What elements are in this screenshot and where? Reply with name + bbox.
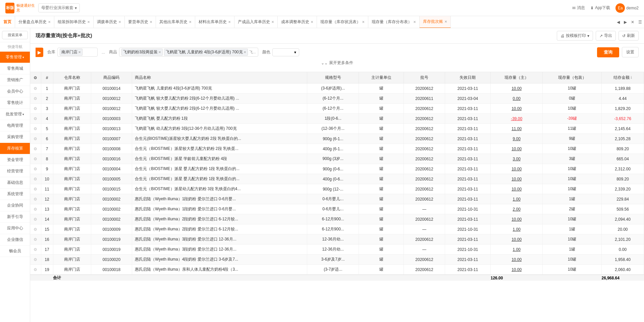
row-qty-main[interactable]: -39.00 xyxy=(491,114,543,124)
tab-8[interactable]: 成本调整单历史 ✕ xyxy=(278,16,317,28)
sidebar-item-member[interactable]: 会员中心 xyxy=(0,86,30,97)
row-spec: 12-36月幼... xyxy=(307,234,359,245)
row-qty-main[interactable]: 10.00 xyxy=(491,214,543,224)
sidebar-item-app-center[interactable]: 应用中心 xyxy=(0,223,30,234)
product-tag-0-close[interactable]: ✕ xyxy=(158,50,161,54)
tab-5[interactable]: 其他出库单历史 ✕ xyxy=(156,16,195,28)
tab-menu-btn[interactable]: ☰ xyxy=(636,16,644,28)
row-spec: 1段(0-6... xyxy=(307,114,359,124)
tab-7[interactable]: 产成品入库单历史 ✕ xyxy=(234,16,278,28)
message-btn[interactable]: ✉ 消息 xyxy=(572,5,585,11)
row-qty-main[interactable]: 10.00 xyxy=(491,84,543,94)
row-qty-main[interactable]: 9.00 xyxy=(491,134,543,144)
tab-9[interactable]: 现存量（库存状况表） ✕ xyxy=(317,16,368,28)
tab-6[interactable]: 材料出库单历史 ✕ xyxy=(195,16,234,28)
tab-5-close[interactable]: ✕ xyxy=(189,20,192,24)
row-qty-main[interactable]: 10.00 xyxy=(491,174,543,184)
tab-1[interactable]: 分量盘点单历史 ✕ xyxy=(15,16,54,28)
tab-8-close[interactable]: ✕ xyxy=(311,20,313,24)
tab-home[interactable]: 首页 xyxy=(0,16,15,28)
tab-10[interactable]: 现存量（库存分布表） ✕ xyxy=(368,16,420,28)
row-expire: 2021-10-31 xyxy=(445,224,490,234)
sidebar-item-system[interactable]: 系统管理 xyxy=(0,189,30,200)
row-qty-main[interactable]: 2.00 xyxy=(491,204,543,214)
row-qty-main[interactable]: 1.00 xyxy=(491,224,543,234)
refresh-btn[interactable]: ↺ 刷新 xyxy=(619,31,639,41)
chevron-template-icon: ▾ xyxy=(587,34,589,38)
search-menu-btn[interactable]: 搜索菜单 xyxy=(2,31,28,39)
sidebar-item-inventory[interactable]: 库存核算 xyxy=(0,143,30,154)
tab-7-close[interactable]: ✕ xyxy=(271,20,274,24)
sidebar-item-newbie[interactable]: 新手引导 xyxy=(0,211,30,223)
table-row: ⚙ 10 南岸门店 00100005 合生元（BIOSTIME）派星 婴儿配方奶… xyxy=(30,174,644,184)
row-qty-main[interactable]: 3.00 xyxy=(491,154,543,164)
row-code: 00100016 xyxy=(91,154,132,164)
table-row: ⚙ 12 南岸门店 00100002 惠氏启陆（Wyeth illuma）1段奶… xyxy=(30,194,644,204)
row-qty-main[interactable]: 10.00 xyxy=(491,144,543,154)
sidebar-item-wholesale[interactable]: 批发管理 ▾ xyxy=(0,109,30,120)
tab-4-close[interactable]: ✕ xyxy=(150,20,152,24)
product-tag-1-close[interactable]: ✕ xyxy=(244,50,246,54)
sidebar-item-basic-info[interactable]: 基础信息 xyxy=(0,177,30,189)
industry-select[interactable]: 母婴行业演示账套 ▾ xyxy=(38,3,80,12)
row-qty-main[interactable]: 0.00 xyxy=(491,94,543,104)
sidebar-item-retail-mall[interactable]: 零售商城 xyxy=(0,63,30,74)
tab-11-close[interactable]: ✕ xyxy=(444,20,447,23)
sidebar-item-enterprise[interactable]: 企业协同 xyxy=(0,200,30,211)
table-row: ⚙ 9 南岸门店 00100004 合生元（BIOSTIME）派星 婴儿配方奶粉… xyxy=(30,164,644,174)
warehouse-more[interactable]: ... xyxy=(102,50,105,55)
table-row: ⚙ 11 南岸门店 00100015 合生元（BIOSTIME）派星幼儿配方奶粉… xyxy=(30,184,644,194)
tab-prev-btn[interactable]: ◀ xyxy=(615,16,622,28)
sidebar-item-wechat[interactable]: 企业微信 xyxy=(0,234,30,246)
tab-11[interactable]: 库存批次账 ✕ xyxy=(420,16,451,28)
tab-nav-btns: ◀ ▶ ✕ ☰ xyxy=(615,16,644,28)
sidebar-item-vip[interactable]: 畅会员 xyxy=(0,246,30,257)
tab-2[interactable]: 组装拆卸单历史 ✕ xyxy=(54,16,94,28)
page-header: 现存量查询(按仓库+批次) 🖨 按模板打印 ▾ ↗ 导出 ↺ 刷新 xyxy=(30,28,644,44)
tab-4[interactable]: 要货单历史 ✕ xyxy=(125,16,156,28)
tab-2-close[interactable]: ✕ xyxy=(87,20,90,24)
settings-btn[interactable]: 设置 xyxy=(622,47,639,57)
row-qty-main[interactable]: 10.00 xyxy=(491,104,543,114)
row-code: 00100018 xyxy=(91,265,132,275)
row-qty-main[interactable]: 10.00 xyxy=(491,184,543,194)
app-download-btn[interactable]: ⬇ App下载 xyxy=(590,5,610,11)
tab-6-close[interactable]: ✕ xyxy=(228,20,231,24)
tab-next-btn[interactable]: ▶ xyxy=(622,16,629,28)
sidebar-item-marketing[interactable]: 营销推广 xyxy=(0,74,30,86)
row-qty-main[interactable]: 10.00 xyxy=(491,255,543,265)
filter-expand-arrow[interactable]: ▶ xyxy=(36,48,43,57)
tab-3[interactable]: 调拨单历史 ✕ xyxy=(94,16,125,28)
product-tag-container[interactable]: 飞鹤奶粉3段两提装 ✕ 飞鹤星飞帆 儿童奶粉 4段(3-6岁适用) 700克 ✕… xyxy=(119,48,258,57)
tab-close-all-btn[interactable]: ✕ xyxy=(629,16,636,28)
table-row: ⚙ 13 南岸门店 00100002 惠氏启陆（Wyeth illuma）1段奶… xyxy=(30,204,644,214)
user-area[interactable]: Ea demo2 xyxy=(615,3,639,13)
row-qty-main[interactable]: 10.00 xyxy=(491,234,543,245)
row-qty-main[interactable]: 1.00 xyxy=(491,245,543,255)
amount-info-icon[interactable]: ℹ xyxy=(631,75,632,79)
sidebar-item-retail-mgmt[interactable]: 零售管理 ▾ xyxy=(0,52,30,63)
row-qty-main[interactable]: 11.00 xyxy=(491,124,543,134)
row-code: 00100019 xyxy=(91,245,132,255)
tab-10-close[interactable]: ✕ xyxy=(413,20,416,24)
sidebar-item-finance[interactable]: 资金管理 xyxy=(0,154,30,166)
row-qty-main[interactable]: 10.00 xyxy=(491,265,543,275)
warehouse-tag-close[interactable]: ✕ xyxy=(78,50,81,54)
row-expire: 2021-03-11 xyxy=(445,214,490,224)
color-select[interactable]: ▾ xyxy=(272,48,299,56)
sidebar-item-purchase[interactable]: 采购管理 xyxy=(0,131,30,143)
row-qty-main[interactable]: 1.00 xyxy=(491,194,543,204)
export-btn[interactable]: ↗ 导出 xyxy=(596,31,616,41)
template-print-btn[interactable]: 🖨 按模板打印 ▾ xyxy=(557,31,593,41)
warehouse-tag-container[interactable]: 南岸门店 ✕ xyxy=(57,48,98,57)
sidebar-item-app-center-label: 应用中心 xyxy=(7,226,23,230)
tab-1-close[interactable]: ✕ xyxy=(48,20,51,24)
search-btn[interactable]: 查询 xyxy=(597,47,619,57)
sidebar-item-operations[interactable]: 经营管理 xyxy=(0,166,30,177)
tab-9-close[interactable]: ✕ xyxy=(362,20,365,24)
sidebar-item-ecommerce[interactable]: 电商管理 xyxy=(0,120,30,131)
expand-more-btn[interactable]: ⌄⌄ 展开更多条件 xyxy=(318,59,356,67)
sidebar-item-retail-stats[interactable]: 零售统计 xyxy=(0,97,30,109)
row-qty-main[interactable]: 10.00 xyxy=(491,164,543,174)
tab-3-close[interactable]: ✕ xyxy=(118,20,121,24)
